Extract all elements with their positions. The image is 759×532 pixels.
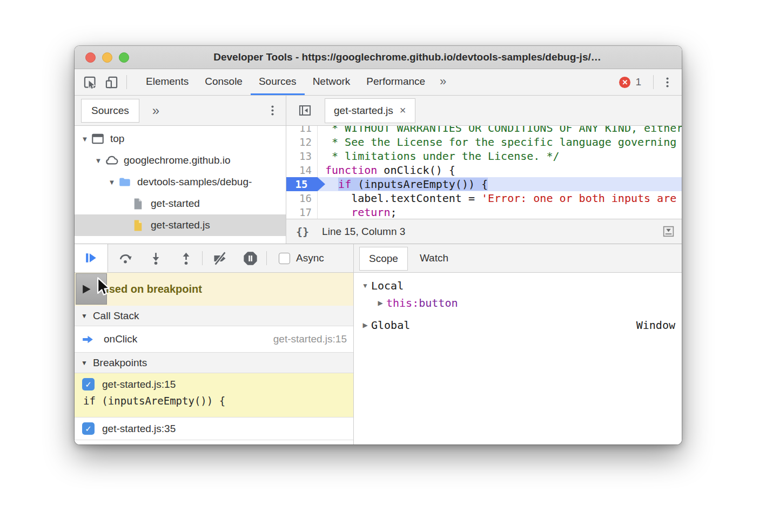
callstack-arrow-icon <box>81 333 97 346</box>
tree-item-get-started-js[interactable]: get-started.js <box>75 214 286 236</box>
pause-exceptions-status-icon[interactable] <box>662 225 675 238</box>
breakpoint-entry[interactable]: ✓get-started.js:15if (inputsAreEmpty()) … <box>75 373 353 417</box>
breakpoint-buttons <box>208 246 262 270</box>
pretty-print-button[interactable]: {} <box>296 225 309 238</box>
code-line-16[interactable]: 16 label.textContent = 'Error: one or bo… <box>286 191 682 205</box>
tab-sources[interactable]: Sources <box>251 69 305 95</box>
step-buttons <box>113 246 198 270</box>
breakpoint-checkbox[interactable]: ✓ <box>82 422 95 435</box>
chevron-right-icon[interactable]: ▶ <box>359 321 371 329</box>
device-toolbar-icon[interactable] <box>100 73 122 91</box>
line-number-12[interactable]: 12 <box>286 135 318 149</box>
scope-entry[interactable]: ▶this: button <box>354 294 682 312</box>
code-line-15[interactable]: 15 if (inputsAreEmpty()) { <box>286 177 682 191</box>
tree-item-devtools-samples-debug-[interactable]: ▼devtools-samples/debug- <box>75 171 286 193</box>
play-icon <box>80 283 92 295</box>
scope-value: Window <box>636 319 675 332</box>
more-tabs-button[interactable]: » <box>433 75 453 90</box>
line-number-15[interactable]: 15 <box>286 177 318 191</box>
debugger-sidebar: Async Paused on breakpoint ▼ Call Stack … <box>75 244 354 445</box>
breakpoint-checkbox[interactable]: ✓ <box>82 378 95 390</box>
tab-scope[interactable]: Scope <box>359 247 408 271</box>
code-line-text: if (inputsAreEmpty()) { <box>318 177 682 191</box>
async-checkbox-group: Async <box>279 252 324 264</box>
toolbar-right: ✕ 1 <box>619 73 676 91</box>
deactivate-breakpoints-button[interactable] <box>208 246 232 270</box>
line-number-17[interactable]: 17 <box>286 205 318 219</box>
code-line-13[interactable]: 13 * limitations under the License. */ <box>286 149 682 163</box>
toolbar-separator <box>126 75 127 89</box>
main-menu-kebab-icon[interactable] <box>658 73 676 91</box>
breakpoints-title: Breakpoints <box>93 357 147 369</box>
hide-navigator-icon[interactable] <box>294 100 315 121</box>
scope-tree: ▼Local▶this: button▶GlobalWindow <box>354 273 682 334</box>
scope-tabbar: ScopeWatch <box>354 244 682 273</box>
call-stack-header[interactable]: ▼ Call Stack <box>75 306 353 326</box>
step-over-button[interactable] <box>113 246 137 270</box>
editor-tab-get-started-js[interactable]: get-started.js × <box>325 98 415 123</box>
code-line-text: * See the License for the specific langu… <box>318 135 682 149</box>
line-number-14[interactable]: 14 <box>286 163 318 177</box>
breakpoint-entry[interactable]: ✓get-started.js:35 <box>75 417 353 440</box>
async-checkbox[interactable] <box>279 253 290 264</box>
chevron-down-icon[interactable]: ▼ <box>359 282 371 289</box>
frame-location[interactable]: get-started.js:15 <box>273 333 347 345</box>
code-line-text: function onClick() { <box>318 163 682 177</box>
code-line-12[interactable]: 12 * See the License for the specific la… <box>286 135 682 149</box>
code-line-17[interactable]: 17 return; <box>286 205 682 219</box>
breakpoint-code: if (inputsAreEmpty()) { <box>83 395 346 407</box>
step-into-button[interactable] <box>144 246 167 270</box>
tab-sources-pane[interactable]: Sources <box>81 99 139 123</box>
code-lines: 11 * WITHOUT WARRANTIES OR CONDITIONS OF… <box>286 126 682 219</box>
inspect-icon[interactable] <box>79 73 100 91</box>
line-number-13[interactable]: 13 <box>286 149 318 163</box>
tab-performance[interactable]: Performance <box>358 69 433 95</box>
breakpoint-location: get-started.js:15 <box>102 379 176 390</box>
breakpoints-header[interactable]: ▼ Breakpoints <box>75 353 353 373</box>
file-icon <box>131 197 147 211</box>
navigator-menu-kebab-icon[interactable] <box>263 102 281 120</box>
execution-pointer-badge: 15 <box>286 177 325 191</box>
sources-middle-region: Sources » ▼top▼googlechrome.github.io▼de… <box>75 96 682 244</box>
tree-item-googlechrome-github-io[interactable]: ▼googlechrome.github.io <box>75 150 286 171</box>
scope-entry[interactable]: ▶GlobalWindow <box>354 316 682 334</box>
error-count[interactable]: 1 <box>635 76 641 88</box>
tab-elements[interactable]: Elements <box>138 69 197 95</box>
call-stack-title: Call Stack <box>93 310 139 322</box>
tab-console[interactable]: Console <box>197 69 251 95</box>
call-stack-frame[interactable]: onClickget-started.js:15 <box>75 326 353 353</box>
debugger-region: Async Paused on breakpoint ▼ Call Stack … <box>75 244 682 445</box>
tab-watch[interactable]: Watch <box>420 252 448 264</box>
breakpoints-list: ✓get-started.js:15if (inputsAreEmpty()) … <box>75 373 353 440</box>
chevron-down-icon[interactable]: ▼ <box>92 157 104 165</box>
cloud-icon <box>104 153 120 168</box>
debugger-toolbar: Async <box>75 244 353 273</box>
chevron-down-icon[interactable]: ▼ <box>106 178 118 186</box>
tree-item-label: top <box>110 133 124 145</box>
code-line-text: return; <box>318 205 682 219</box>
devtools-window: Developer Tools - https://googlechrome.g… <box>75 46 682 445</box>
line-number-11[interactable]: 11 <box>286 126 318 135</box>
mouse-cursor-icon <box>96 277 110 298</box>
chevron-down-icon: ▼ <box>81 359 88 367</box>
desktop-background: Developer Tools - https://googlechrome.g… <box>0 0 759 532</box>
error-circle-icon[interactable]: ✕ <box>619 77 630 88</box>
code-editor[interactable]: 11 * WITHOUT WARRANTIES OR CONDITIONS OF… <box>286 126 682 219</box>
tree-item-top[interactable]: ▼top <box>75 128 286 150</box>
chevron-right-icon[interactable]: ▶ <box>374 299 386 307</box>
titlebar: Developer Tools - https://googlechrome.g… <box>75 46 682 69</box>
line-number-16[interactable]: 16 <box>286 191 318 205</box>
scope-entry[interactable]: ▼Local <box>354 277 682 294</box>
chevron-down-icon[interactable]: ▼ <box>79 135 91 143</box>
code-line-11[interactable]: 11 * WITHOUT WARRANTIES OR CONDITIONS OF… <box>286 126 682 135</box>
tree-item-get-started[interactable]: get-started <box>75 193 286 214</box>
breakpoint-location: get-started.js:35 <box>102 423 176 435</box>
close-tab-icon[interactable]: × <box>400 104 406 117</box>
navigator-more-tabs[interactable]: » <box>152 103 159 118</box>
main-toolbar: ElementsConsoleSourcesNetworkPerformance… <box>75 69 682 96</box>
step-out-button[interactable] <box>174 246 198 270</box>
pause-on-exceptions-button[interactable] <box>238 246 262 270</box>
tab-network[interactable]: Network <box>305 69 359 95</box>
code-line-14[interactable]: 14function onClick() { <box>286 163 682 177</box>
resume-button[interactable] <box>75 244 108 272</box>
